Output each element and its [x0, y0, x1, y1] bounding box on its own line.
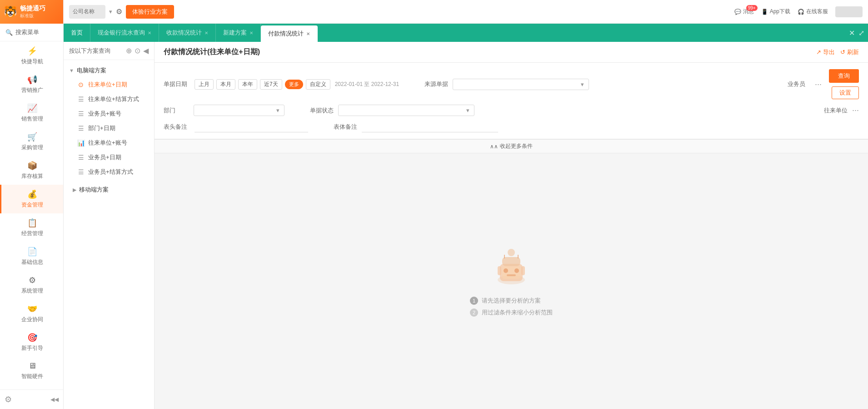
query-btn[interactable]: 查询 — [829, 69, 859, 83]
company-selector[interactable]: 公司名称 — [69, 5, 105, 19]
tip-text-2: 用过滤条件来缩小分析范围 — [482, 308, 553, 317]
trial-btn[interactable]: 体验行业方案 — [126, 5, 174, 19]
filter-area: 单据日期 上月 本月 本年 近7天 更多 自定义 2022-01-01 至 20… — [155, 63, 868, 139]
search-menu[interactable]: 🔍 搜索菜单 — [0, 24, 63, 41]
scheme-item-clerk-settlement[interactable]: ☰ 业务员+结算方式 — [64, 165, 154, 179]
body-note-input[interactable] — [362, 121, 498, 132]
sidebar-item-label: 快捷导航 — [21, 58, 43, 66]
doc-status-arrow: ▾ — [466, 107, 469, 114]
tab-new-scheme[interactable]: 新建方案 ✕ — [216, 24, 261, 42]
scheme-item-partner-date[interactable]: ⊙ 往来单位+日期 — [64, 77, 154, 92]
sidebar-nav: ⚡ 快捷导航 📢 营销推广 📈 销售管理 🛒 采购管理 📦 库存核算 💰 资金管… — [0, 41, 63, 389]
settings-btn[interactable]: 设置 — [832, 86, 859, 99]
user-avatar[interactable] — [835, 6, 863, 17]
svg-point-3 — [504, 268, 508, 273]
sidebar-item-label: 销售管理 — [21, 115, 43, 123]
tab-maximize-icon[interactable]: ⤢ — [858, 29, 864, 37]
refresh-label: 刷新 — [847, 48, 859, 56]
sidebar-collapse-icon[interactable]: ◀◀ — [50, 396, 59, 403]
sidebar-item-quick-nav[interactable]: ⚡ 快捷导航 — [0, 41, 63, 70]
sidebar-item-label: 智能硬件 — [21, 373, 43, 380]
clerk-more-icon[interactable]: ··· — [815, 80, 822, 89]
sidebar-item-operations[interactable]: 📋 经营管理 — [0, 213, 63, 242]
topbar-gear-icon[interactable]: ⚙ — [116, 7, 122, 16]
sidebar-item-enterprise[interactable]: 🤝 企业协同 — [0, 299, 63, 328]
doc-status-value — [343, 107, 345, 114]
app-logo: 🐯 畅捷通巧 标准版 — [0, 0, 63, 24]
scheme-item-label: 往来单位+日期 — [88, 81, 127, 89]
app-download-btn[interactable]: 📱 App下载 — [761, 8, 790, 15]
header-note-input[interactable] — [195, 121, 308, 132]
sidebar-item-hardware[interactable]: 🖥 智能硬件 — [0, 357, 63, 385]
scheme-item-dept-date[interactable]: ☰ 部门+日期 — [64, 121, 154, 136]
clerk-account-icon: ☰ — [77, 110, 85, 117]
tip-text-1: 请先选择要分析的方案 — [482, 297, 541, 305]
refresh-btn[interactable]: ↺ 刷新 — [840, 48, 859, 56]
tab-payment-stats[interactable]: 付款情况统计 ✕ — [261, 25, 318, 42]
pc-scheme-group: ▼ 电脑端方案 ⊙ 往来单位+日期 ☰ 往来单位+结算方式 ☰ 业务员+账号 ☰ — [64, 60, 154, 183]
sidebar-item-label: 企业协同 — [21, 316, 43, 323]
partner-date-icon: ⊙ — [77, 81, 85, 88]
sidebar-item-label: 经营管理 — [21, 230, 43, 237]
sidebar-settings-icon[interactable]: ⚙ — [5, 394, 12, 404]
sidebar-item-label: 系统管理 — [21, 287, 43, 295]
scheme-item-label: 业务员+账号 — [88, 110, 121, 118]
mobile-group-header[interactable]: ▶ 移动端方案 — [64, 183, 154, 197]
panel-collapse-icon[interactable]: ◀ — [143, 46, 149, 55]
page-header: 付款情况统计(往来单位+日期) ↗ 导出 ↺ 刷新 — [155, 42, 868, 63]
collapse-bar[interactable]: ∧∧ 收起更多条件 — [155, 139, 868, 153]
messages-btn[interactable]: 💬 消息 99+ — [734, 8, 754, 15]
app-version: 标准版 — [20, 13, 45, 19]
date-btn-7days[interactable]: 近7天 — [260, 79, 282, 90]
tab-new-scheme-close[interactable]: ✕ — [249, 30, 253, 35]
inventory-icon: 📦 — [27, 161, 37, 171]
tab-payment-close[interactable]: ✕ — [306, 31, 310, 36]
partner-more-icon[interactable]: ··· — [852, 106, 859, 115]
tab-receipts-close[interactable]: ✕ — [205, 30, 208, 35]
scheme-item-partner-account[interactable]: 📊 往来单位+账号 — [64, 136, 154, 150]
clerk-settlement-icon: ☰ — [77, 168, 85, 176]
mobile-group-label: 移动端方案 — [79, 186, 109, 194]
dept-select[interactable]: ▾ — [194, 105, 284, 116]
sidebar-item-purchase[interactable]: 🛒 采购管理 — [0, 127, 63, 156]
date-btn-this-month[interactable]: 本月 — [216, 79, 235, 90]
scheme-settings-icon[interactable]: ⊙ — [135, 46, 140, 55]
doc-status-select[interactable]: ▾ — [338, 105, 474, 116]
tab-home[interactable]: 首页 — [64, 24, 90, 42]
online-service-btn[interactable]: 🎧 在线客服 — [798, 8, 828, 15]
tab-cash-flow[interactable]: 现金银行流水查询 ✕ — [90, 24, 159, 42]
scheme-item-label: 往来单位+结算方式 — [88, 95, 139, 103]
sidebar-item-capital[interactable]: 💰 资金管理 — [0, 185, 63, 213]
tab-receipts-stats[interactable]: 收款情况统计 ✕ — [159, 24, 216, 42]
tab-cash-flow-close[interactable]: ✕ — [148, 30, 151, 35]
sidebar-item-marketing[interactable]: 📢 营销推广 — [0, 70, 63, 99]
refresh-icon: ↺ — [840, 49, 845, 56]
sidebar-item-sales[interactable]: 📈 销售管理 — [0, 99, 63, 127]
sidebar-item-wechat[interactable]: 💬 企业微信 — [0, 385, 63, 389]
date-btn-custom[interactable]: 自定义 — [306, 79, 330, 90]
sidebar-item-inventory[interactable]: 📦 库存核算 — [0, 156, 63, 185]
date-btn-this-year[interactable]: 本年 — [238, 79, 257, 90]
tabbar: 首页 现金银行流水查询 ✕ 收款情况统计 ✕ 新建方案 ✕ 付款情况统计 ✕ ✕… — [64, 24, 868, 42]
scheme-item-clerk-date[interactable]: ☰ 业务员+日期 — [64, 150, 154, 165]
date-filter-label: 单据日期 — [164, 80, 187, 88]
scheme-item-partner-settlement[interactable]: ☰ 往来单位+结算方式 — [64, 92, 154, 106]
export-icon: ↗ — [816, 49, 821, 56]
scheme-item-clerk-account[interactable]: ☰ 业务员+账号 — [64, 106, 154, 121]
date-btn-more[interactable]: 更多 — [285, 80, 303, 89]
sidebar-item-basic[interactable]: 📄 基础信息 — [0, 242, 63, 271]
page-header-actions: ↗ 导出 ↺ 刷新 — [816, 48, 859, 56]
pc-group-header[interactable]: ▼ 电脑端方案 — [64, 64, 154, 77]
add-scheme-icon[interactable]: ⊕ — [126, 46, 132, 55]
query-actions: 查询 设置 — [829, 69, 859, 99]
tabbar-actions: ✕ ⤢ — [845, 24, 868, 42]
source-select[interactable]: ▾ — [453, 79, 589, 90]
date-btn-last-month[interactable]: 上月 — [195, 79, 214, 90]
export-btn[interactable]: ↗ 导出 — [816, 48, 835, 56]
sidebar-item-guide[interactable]: 🎯 新手引导 — [0, 328, 63, 357]
source-select-arrow: ▾ — [581, 81, 584, 88]
svg-rect-5 — [507, 274, 516, 276]
sidebar-item-system[interactable]: ⚙ 系统管理 — [0, 271, 63, 299]
company-dropdown-arrow[interactable]: ▾ — [109, 8, 112, 15]
tab-close-all-icon[interactable]: ✕ — [849, 29, 855, 37]
